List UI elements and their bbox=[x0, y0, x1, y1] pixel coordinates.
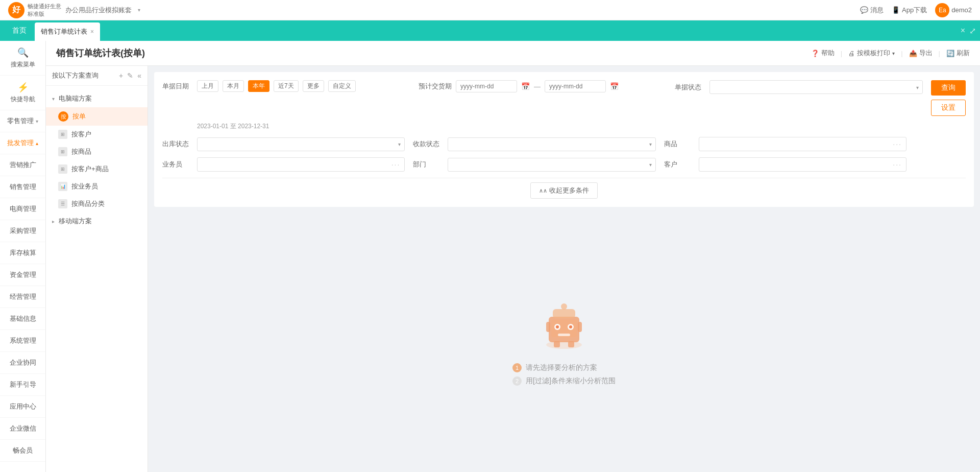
print-icon: 🖨 bbox=[848, 50, 855, 57]
export-button[interactable]: 📤 导出 bbox=[909, 49, 933, 58]
more-btn[interactable]: 更多 bbox=[303, 80, 324, 92]
sidebar-item-wechat[interactable]: 企业微信 bbox=[0, 418, 45, 440]
ops-label: 经营管理 bbox=[10, 292, 36, 301]
left-panel-actions: + ✎ « bbox=[119, 72, 141, 80]
delivery-end-input[interactable] bbox=[545, 80, 606, 92]
tip-num-2: 2 bbox=[512, 376, 522, 386]
tab-active[interactable]: 销售订单统计表 × bbox=[35, 22, 100, 41]
sidebar-item-marketing[interactable]: 营销推广 bbox=[0, 154, 45, 176]
salesperson-input[interactable]: ··· bbox=[197, 157, 405, 172]
nav-icon: ⚡ bbox=[17, 82, 29, 93]
this-month-btn[interactable]: 本月 bbox=[223, 80, 244, 92]
edit-scheme-icon[interactable]: ✎ bbox=[127, 72, 133, 80]
sidebar-item-retail[interactable]: 零售管理 ▾ bbox=[0, 110, 45, 132]
sidebar-item-wholesale[interactable]: 批发管理 ▴ bbox=[0, 132, 45, 154]
this-year-btn[interactable]: 本年 bbox=[248, 80, 270, 92]
collapse-up-icon: ∧∧ bbox=[539, 187, 547, 194]
delivery-start-input[interactable] bbox=[456, 80, 517, 92]
cal-icon-delivery-end[interactable]: 📅 bbox=[610, 82, 619, 90]
by-customer-icon: ⊞ bbox=[58, 130, 67, 139]
payment-status-select[interactable] bbox=[448, 137, 655, 151]
separator2: | bbox=[901, 50, 902, 57]
sidebar-item-basic[interactable]: 基础信息 bbox=[0, 308, 45, 330]
tree-item-by-cust-prod[interactable]: ⊞ 按客户+商品 bbox=[46, 160, 148, 178]
tree-item-by-customer[interactable]: ⊞ 按客户 bbox=[46, 126, 148, 143]
search-button[interactable]: 查询 bbox=[931, 80, 966, 96]
tree-item-by-category[interactable]: ☰ 按商品分类 bbox=[46, 195, 148, 213]
department-select[interactable] bbox=[448, 158, 655, 172]
window-maximize-icon[interactable]: ⤢ bbox=[969, 26, 976, 36]
page-actions: ❓ 帮助 | 🖨 按模板打印 ▾ | 📤 导出 | 🔄 刷新 bbox=[811, 49, 970, 58]
sidebar-item-finance[interactable]: 资金管理 bbox=[0, 264, 45, 286]
print-button[interactable]: 🖨 按模板打印 ▾ bbox=[848, 49, 895, 58]
sidebar-item-system[interactable]: 系统管理 bbox=[0, 330, 45, 352]
order-status-select[interactable] bbox=[709, 80, 923, 94]
right-panel: 单据日期 上月 本月 本年 近7天 更多 自定义 预计交货期 📅 bbox=[148, 66, 980, 472]
sidebar-item-appstore[interactable]: 应用中心 bbox=[0, 396, 45, 418]
svg-rect-10 bbox=[554, 341, 560, 347]
collapse-filters-button[interactable]: ∧∧ 收起更多条件 bbox=[530, 182, 598, 199]
app-dropdown-icon[interactable]: ▾ bbox=[138, 7, 140, 13]
chevron-down-icon: ▾ bbox=[36, 119, 38, 124]
app-download-button[interactable]: 📱 App下载 bbox=[892, 6, 927, 15]
setting-button[interactable]: 设置 bbox=[931, 100, 966, 116]
customer-input[interactable]: ··· bbox=[699, 157, 906, 172]
sidebar-item-ecom[interactable]: 电商管理 bbox=[0, 198, 45, 220]
empty-tips: 1 请先选择要分析的方案 2 用[过滤]条件来缩小分析范围 bbox=[512, 363, 616, 386]
custom-btn[interactable]: 自定义 bbox=[328, 80, 356, 92]
sidebar: 🔍 搜索菜单 ⚡ 快捷导航 零售管理 ▾ 批发管理 ▴ 营销推广 销售管理 电商… bbox=[0, 41, 46, 472]
corp-label: 企业协同 bbox=[10, 358, 36, 367]
separator3: | bbox=[939, 50, 940, 57]
inner-layout: 按以下方案查询 + ✎ « ▾ 电脑端方案 按 按单 bbox=[46, 66, 980, 472]
sidebar-item-corp[interactable]: 企业协同 bbox=[0, 352, 45, 374]
refresh-icon: 🔄 bbox=[946, 50, 954, 57]
filter-actions: 查询 设置 bbox=[931, 80, 966, 116]
tree-item-by-salesperson[interactable]: 📊 按业务员 bbox=[46, 178, 148, 195]
finance-label: 资金管理 bbox=[10, 270, 36, 279]
window-close-icon[interactable]: × bbox=[961, 26, 965, 35]
payment-status-label: 收款状态 bbox=[413, 139, 444, 149]
tree-item-by-product[interactable]: ⊞ 按商品 bbox=[46, 143, 148, 160]
logo-area: 好 畅捷通好生意 标准版 bbox=[8, 2, 61, 18]
user-menu[interactable]: Ea demo2 bbox=[935, 3, 972, 17]
sidebar-item-member[interactable]: 畅会员 bbox=[0, 440, 45, 462]
sidebar-item-newbie[interactable]: 新手引导 bbox=[0, 374, 45, 396]
last-month-btn[interactable]: 上月 bbox=[197, 80, 218, 92]
ship-status-select[interactable] bbox=[197, 137, 405, 151]
sidebar-quick-nav[interactable]: ⚡ 快捷导航 bbox=[0, 76, 45, 110]
sidebar-search[interactable]: 🔍 搜索菜单 bbox=[0, 41, 45, 76]
cal-icon-delivery-start[interactable]: 📅 bbox=[521, 82, 530, 90]
sidebar-item-inventory[interactable]: 库存核算 bbox=[0, 242, 45, 264]
top-bar: 好 畅捷通好生意 标准版 办公用品行业模拟账套 ▾ 💬 消息 📱 App下载 E… bbox=[0, 0, 980, 20]
add-scheme-icon[interactable]: + bbox=[119, 72, 123, 80]
refresh-button[interactable]: 🔄 刷新 bbox=[946, 49, 970, 58]
tab-close-icon[interactable]: × bbox=[90, 28, 94, 35]
sidebar-item-sales[interactable]: 销售管理 bbox=[0, 176, 45, 198]
sidebar-item-purchase[interactable]: 采购管理 bbox=[0, 220, 45, 242]
customer-label: 客户 bbox=[664, 160, 695, 169]
payment-status-select-wrapper: ▾ bbox=[448, 137, 655, 151]
goods-input[interactable]: ··· bbox=[699, 137, 906, 151]
department-label: 部门 bbox=[413, 160, 444, 169]
by-product-icon: ⊞ bbox=[58, 147, 67, 156]
order-status-label: 单据状态 bbox=[675, 83, 705, 92]
tab-home[interactable]: 首页 bbox=[4, 20, 35, 41]
message-button[interactable]: 💬 消息 bbox=[860, 6, 884, 15]
collapse-panel-icon[interactable]: « bbox=[137, 72, 141, 80]
tip-num-1: 1 bbox=[512, 363, 522, 372]
last7-btn[interactable]: 近7天 bbox=[274, 80, 299, 92]
svg-rect-12 bbox=[553, 309, 575, 318]
logo-icon: 好 bbox=[8, 2, 24, 18]
tree-item-by-order[interactable]: 按 按单 bbox=[46, 107, 148, 126]
help-button[interactable]: ❓ 帮助 bbox=[811, 49, 835, 58]
page-title: 销售订单统计表(按单) bbox=[56, 47, 145, 59]
chevron-up-icon: ▴ bbox=[36, 140, 38, 146]
top-bar-right: 💬 消息 📱 App下载 Ea demo2 bbox=[860, 3, 972, 17]
sidebar-item-ops[interactable]: 经营管理 bbox=[0, 286, 45, 308]
ecom-label: 电商管理 bbox=[10, 204, 36, 214]
left-panel-title: 按以下方案查询 bbox=[52, 71, 99, 80]
marketing-label: 营销推广 bbox=[10, 160, 36, 170]
newbie-label: 新手引导 bbox=[10, 380, 36, 389]
download-icon: 📱 bbox=[892, 6, 900, 14]
svg-point-13 bbox=[561, 303, 567, 310]
